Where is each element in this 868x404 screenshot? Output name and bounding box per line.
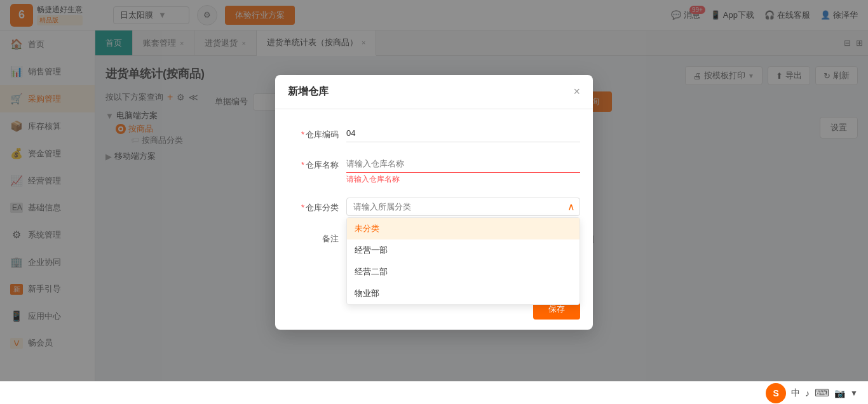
dialog-title: 新增仓库 <box>288 85 329 98</box>
music-icon[interactable]: ♪ <box>805 388 810 398</box>
keyboard-icon[interactable]: ⌨ <box>815 387 829 399</box>
category-field: ∧ 未分类 经营一部 经营二部 物业部 <box>346 198 580 216</box>
arrow-down-icon[interactable]: ▼ <box>850 389 858 398</box>
dialog-body: 仓库编码 仓库名称 请输入仓库名称 仓库分类 ∧ <box>275 109 593 292</box>
dropdown-item-dept2[interactable]: 经营二部 <box>347 261 580 283</box>
dropdown-item-property[interactable]: 物业部 <box>347 283 580 304</box>
dialog-close-button[interactable]: × <box>573 85 580 98</box>
name-input[interactable] <box>346 155 580 173</box>
dropdown-item-dept1[interactable]: 经营一部 <box>347 239 580 261</box>
form-row-code: 仓库编码 <box>288 125 580 142</box>
category-input[interactable] <box>346 198 580 216</box>
dialog-header: 新增仓库 × <box>275 75 593 109</box>
bottom-icons: S 中 ♪ ⌨ 📷 ▼ <box>766 383 858 403</box>
category-label: 仓库分类 <box>288 198 339 213</box>
form-row-category: 仓库分类 ∧ 未分类 经营一部 经营二部 物业部 <box>288 198 580 216</box>
new-warehouse-dialog: 新增仓库 × 仓库编码 仓库名称 请输入仓库名称 仓库分类 <box>275 75 593 330</box>
chinese-input-icon[interactable]: 中 <box>791 387 800 399</box>
name-field: 请输入仓库名称 <box>346 155 580 185</box>
code-label: 仓库编码 <box>288 125 339 140</box>
camera-icon[interactable]: 📷 <box>834 388 845 398</box>
dialog-container: 新增仓库 × 仓库编码 仓库名称 请输入仓库名称 仓库分类 <box>0 0 868 404</box>
name-error-msg: 请输入仓库名称 <box>346 174 580 185</box>
form-row-name: 仓库名称 请输入仓库名称 <box>288 155 580 185</box>
note-label: 备注 <box>288 229 339 245</box>
code-field <box>346 125 580 142</box>
code-input[interactable] <box>346 125 580 142</box>
s-logo: S <box>766 383 786 403</box>
category-dropdown: 未分类 经营一部 经营二部 物业部 <box>346 217 580 305</box>
name-label: 仓库名称 <box>288 155 339 171</box>
dropdown-item-unclassified[interactable]: 未分类 <box>347 218 580 239</box>
bottom-bar: S 中 ♪ ⌨ 📷 ▼ <box>0 381 868 404</box>
